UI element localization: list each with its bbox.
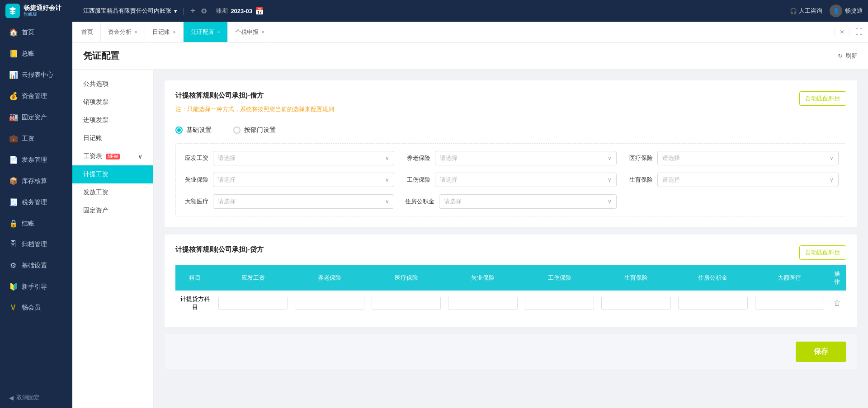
settings-button[interactable]: ⚙ [201,7,207,15]
injury-placeholder: 请选择 [440,176,458,184]
maternity-select[interactable]: 请选择 ∨ [657,173,839,187]
sidebar-item-member[interactable]: V 畅会员 [0,297,72,318]
sub-nav-sales[interactable]: 销项发票 [72,93,153,111]
tab-diary-close[interactable]: × [173,29,176,35]
delete-row-button[interactable]: 🗑 [834,299,841,307]
input-maternity[interactable] [601,297,671,310]
logo-icon [5,4,20,18]
user-name: 畅捷通 [845,7,863,15]
sidebar-item-archive[interactable]: 🗄 归档管理 [0,234,72,255]
tab-funds[interactable]: 资金分析 × [101,22,145,42]
sub-nav-public[interactable]: 公共选项 [72,75,153,93]
sub-nav-purchase[interactable]: 进项发票 [72,111,153,129]
input-pension[interactable] [295,297,364,310]
user-area[interactable]: 👤 畅捷通 [830,5,863,17]
company-selector[interactable]: 江西服宝精品有限责任公司内账张 ▾ [83,7,177,15]
housing-fund-arrow: ∨ [608,198,612,205]
radio-basic-label: 基础设置 [186,126,212,134]
sidebar-item-guide[interactable]: 🔰 新手引导 [0,276,72,297]
pension-select[interactable]: 请选择 ∨ [435,151,616,165]
sub-nav: 公共选项 销项发票 进项发票 日记账 工资表 NEW ∨ 计提工资 发放工资 固… [72,70,154,408]
sidebar-label-home: 首页 [22,28,34,37]
debit-section: 计提核算规则(公司承担)-借方 注：只能选择一种方式，系统将按照您当前的选择来配… [165,80,857,227]
tab-tax-report-close[interactable]: × [261,29,264,35]
sidebar-item-salary[interactable]: 💼 工资 [0,128,72,149]
input-apply-salary[interactable] [218,297,288,310]
medical-select[interactable]: 请选择 ∨ [657,151,839,165]
save-button[interactable]: 保存 [796,342,846,362]
input-medical[interactable] [372,297,441,310]
sidebar-item-tax[interactable]: 🧾 税务管理 [0,192,72,213]
tab-voucher-config[interactable]: 凭证配置 × [184,22,228,42]
calendar-icon[interactable]: 📅 [255,7,264,15]
sidebar-item-funds[interactable]: 💰 资金管理 [0,85,72,107]
service-button[interactable]: 🎧 人工咨询 [790,7,822,15]
refresh-button[interactable]: ↻ 刷新 [838,52,857,60]
sidebar-item-basic[interactable]: ⚙ 基础设置 [0,255,72,276]
apply-salary-label: 应发工资 [183,154,208,162]
sidebar-label-guide: 新手引导 [22,283,47,291]
refresh-label: 刷新 [845,52,857,60]
sidebar-label-ledger: 总账 [22,50,34,58]
medical-arrow: ∨ [830,155,834,161]
sidebar-item-ledger[interactable]: 📒 总账 [0,43,72,64]
sub-nav-salary-table[interactable]: 工资表 NEW ∨ [72,147,153,165]
input-large-medical[interactable] [755,297,825,310]
content-wrapper: 公共选项 销项发票 进项发票 日记账 工资表 NEW ∨ 计提工资 发放工资 固… [72,70,868,408]
large-medical-select[interactable]: 请选择 ∨ [213,194,394,209]
sidebar-label-inventory: 库存核算 [22,177,47,185]
col-subject: 科目 [175,265,215,291]
col-actions: 操作 [828,265,846,291]
auto-match-debit-button[interactable]: 自动匹配科目 [799,91,846,106]
cell-delete: 🗑 [828,291,846,316]
funds-icon: 💰 [9,92,17,100]
tab-close-action[interactable]: × [834,28,849,36]
input-housing[interactable] [678,297,748,310]
auto-match-credit-button[interactable]: 自动匹配科目 [799,245,846,260]
sidebar-label-salary: 工资 [22,135,34,143]
sidebar-item-assets[interactable]: 🏭 固定资产 [0,107,72,128]
tab-home[interactable]: 首页 [74,22,101,42]
credit-section-header: 计提核算规则(公司承担)-贷方 自动匹配科目 [175,245,846,260]
radio-dept[interactable]: 按部门设置 [233,126,276,134]
sidebar-item-invoice[interactable]: 📄 发票管理 [0,149,72,170]
sub-nav-diary[interactable]: 日记账 [72,129,153,147]
add-button[interactable]: + [190,6,196,16]
basic-icon: ⚙ [9,261,17,270]
unemployment-select[interactable]: 请选择 ∨ [213,173,394,187]
form-item-medical: 医疗保险 请选择 ∨ [627,151,839,165]
sub-nav-calc-salary[interactable]: 计提工资 [72,165,153,183]
cancel-fixed-button[interactable]: ◀ 取消固定 [0,387,72,408]
radio-basic[interactable]: 基础设置 [175,126,212,134]
sub-nav-pay-salary[interactable]: 发放工资 [72,183,153,202]
tab-diary[interactable]: 日记账 × [145,22,184,42]
sub-nav-fixed-assets[interactable]: 固定资产 [72,202,153,220]
logo-text-area: 畅捷通好会计 旗舰版 [24,4,61,18]
apply-salary-select[interactable]: 请选择 ∨ [213,151,394,165]
main-panel: 计提核算规则(公司承担)-借方 注：只能选择一种方式，系统将按照您当前的选择来配… [154,70,868,408]
sidebar-item-home[interactable]: 🏠 首页 [0,22,72,43]
sidebar-item-inventory[interactable]: 📦 库存核算 [0,170,72,192]
pension-label: 养老保险 [405,154,430,162]
tab-expand-action[interactable]: ⛶ [849,28,868,36]
tab-voucher-config-close[interactable]: × [217,29,220,35]
guide-icon: 🔰 [9,282,17,291]
cell-housing [675,291,751,316]
tab-funds-close[interactable]: × [134,29,137,35]
injury-select[interactable]: 请选择 ∨ [435,173,616,187]
input-injury[interactable] [525,297,594,310]
credit-section-title: 计提核算规则(公司承担)-贷方 [175,245,264,254]
tab-tax-report[interactable]: 个税申报 × [228,22,272,42]
headset-icon: 🎧 [790,8,797,14]
sidebar-label-assets: 固定资产 [22,113,47,122]
col-apply-salary: 应发工资 [215,265,292,291]
cell-injury [521,291,598,316]
sidebar-item-reports[interactable]: 📊 云报表中心 [0,64,72,85]
housing-fund-select[interactable]: 请选择 ∨ [439,194,616,209]
input-unemployment[interactable] [448,297,518,310]
medical-label: 医疗保险 [627,154,653,162]
cell-label: 计提贷方科目 [175,291,215,316]
sidebar-item-close[interactable]: 🔒 结账 [0,213,72,234]
logo-title: 畅捷通好会计 [24,4,61,12]
new-badge: NEW [106,154,120,159]
